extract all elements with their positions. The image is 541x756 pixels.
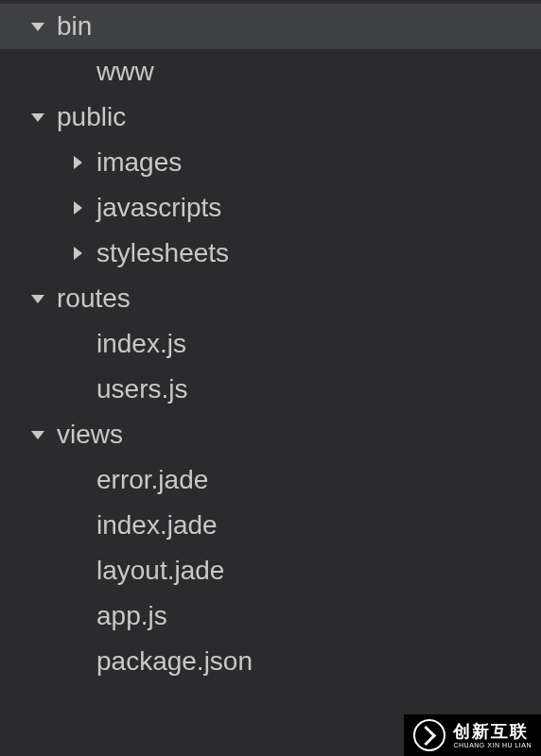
tree-item-label: index.jade (96, 510, 218, 541)
chevron-down-icon (31, 113, 44, 122)
chevron-right-icon (74, 247, 82, 260)
tree-item-label: users.js (96, 374, 187, 404)
folder-toggle-icon (26, 295, 49, 303)
tree-item-users-js[interactable]: users.js (0, 367, 541, 412)
folder-toggle-icon (66, 247, 89, 260)
tree-item-label: views (57, 420, 123, 450)
chevron-right-icon (74, 201, 82, 215)
watermark: 创新互联 CHUANG XIN HU LIAN (404, 714, 541, 756)
folder-toggle-icon (66, 156, 89, 169)
tree-item-label: package.json (96, 646, 253, 677)
tree-item-package-json[interactable]: package.json (0, 639, 541, 684)
tree-item-stylesheets[interactable]: stylesheets (0, 231, 541, 276)
tree-item-layout-jade[interactable]: layout.jade (0, 548, 541, 593)
watermark-cn-label: 创新互联 (453, 723, 532, 740)
folder-toggle-icon (26, 113, 49, 122)
chevron-right-icon (74, 156, 82, 169)
tree-item-label: www (96, 57, 154, 87)
tree-item-label: images (96, 147, 182, 178)
chevron-down-icon (31, 23, 44, 31)
watermark-logo-icon (413, 719, 445, 751)
tree-item-public[interactable]: public (0, 94, 541, 140)
tree-item-label: layout.jade (96, 556, 224, 586)
tree-item-javascripts[interactable]: javascripts (0, 185, 541, 231)
tree-item-index-jade[interactable]: index.jade (0, 503, 541, 548)
tree-item-app-js[interactable]: app.js (0, 593, 541, 639)
watermark-text: 创新互联 CHUANG XIN HU LIAN (453, 723, 532, 748)
tree-item-www[interactable]: www (0, 49, 541, 94)
file-tree: binwwwpublicimagesjavascriptsstylesheets… (0, 0, 541, 684)
chevron-down-icon (31, 295, 44, 303)
tree-item-error-jade[interactable]: error.jade (0, 457, 541, 503)
watermark-en-label: CHUANG XIN HU LIAN (453, 742, 532, 748)
tree-item-routes[interactable]: routes (0, 276, 541, 321)
tree-item-label: index.js (96, 329, 186, 359)
tree-item-label: routes (57, 284, 131, 314)
folder-toggle-icon (26, 23, 49, 31)
folder-toggle-icon (26, 431, 49, 439)
tree-item-label: javascripts (96, 193, 221, 223)
tree-item-views[interactable]: views (0, 412, 541, 457)
tree-item-label: bin (57, 11, 92, 42)
tree-item-images[interactable]: images (0, 140, 541, 185)
tree-item-label: stylesheets (96, 238, 229, 268)
tree-item-label: app.js (96, 601, 167, 631)
folder-toggle-icon (66, 201, 89, 215)
tree-item-bin[interactable]: bin (0, 4, 541, 49)
chevron-down-icon (31, 431, 44, 439)
tree-item-label: error.jade (96, 465, 208, 495)
tree-item-index-js[interactable]: index.js (0, 321, 541, 367)
tree-item-label: public (57, 102, 126, 132)
